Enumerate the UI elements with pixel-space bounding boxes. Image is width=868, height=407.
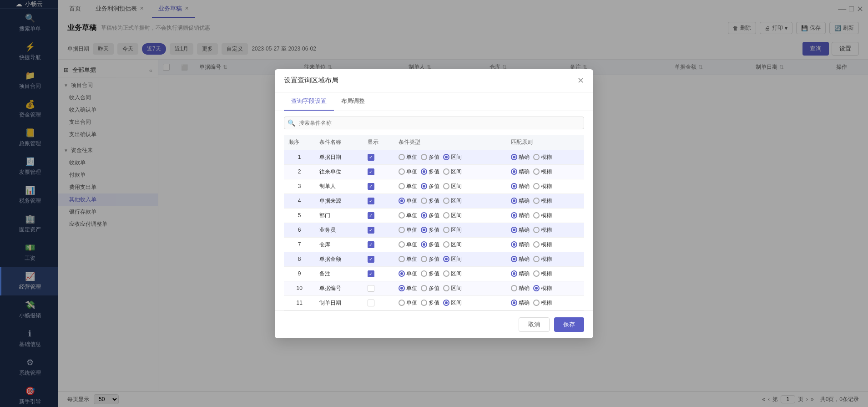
checkbox-checked[interactable]: ✓ <box>368 241 374 248</box>
radio-type-单值[interactable]: 单值 <box>399 212 417 219</box>
row-display-checkbox[interactable]: ✓ <box>363 252 394 266</box>
row-match-radio[interactable]: 精确模糊 <box>506 150 584 164</box>
modal-overlay[interactable]: 设置查询区域布局 ✕ 查询字段设置 布局调整 🔍 <box>0 0 868 407</box>
radio-match-精确[interactable]: 精确 <box>511 255 530 263</box>
row-match-radio[interactable]: 精确模糊 <box>506 281 584 295</box>
row-display-checkbox[interactable]: ✓ <box>363 164 394 179</box>
checkbox-unchecked[interactable] <box>368 285 374 292</box>
row-display-checkbox[interactable] <box>363 281 394 295</box>
row-display-checkbox[interactable]: ✓ <box>363 208 394 223</box>
radio-type-区间[interactable]: 区间 <box>443 299 462 307</box>
row-match-radio[interactable]: 精确模糊 <box>506 266 584 281</box>
modal-close-button[interactable]: ✕ <box>577 76 584 86</box>
row-display-checkbox[interactable]: ✓ <box>363 179 394 193</box>
radio-type-区间[interactable]: 区间 <box>443 183 462 190</box>
cancel-button[interactable]: 取消 <box>519 317 550 332</box>
row-display-checkbox[interactable]: ✓ <box>363 237 394 252</box>
radio-match-精确[interactable]: 精确 <box>511 197 530 205</box>
row-display-checkbox[interactable]: ✓ <box>363 223 394 237</box>
row-type-radio[interactable]: 单值多值区间 <box>394 208 506 223</box>
row-display-checkbox[interactable]: ✓ <box>363 266 394 281</box>
row-match-radio[interactable]: 精确模糊 <box>506 208 584 223</box>
row-type-radio[interactable]: 单值多值区间 <box>394 266 506 281</box>
radio-match-精确[interactable]: 精确 <box>511 299 530 307</box>
row-type-radio[interactable]: 单值多值区间 <box>394 295 506 310</box>
modal-save-button[interactable]: 保存 <box>554 317 584 332</box>
radio-type-区间[interactable]: 区间 <box>443 285 462 292</box>
radio-type-多值[interactable]: 多值 <box>421 241 439 249</box>
row-match-radio[interactable]: 精确模糊 <box>506 237 584 252</box>
radio-type-单值[interactable]: 单值 <box>399 241 417 249</box>
radio-match-模糊[interactable]: 模糊 <box>533 270 552 278</box>
radio-type-区间[interactable]: 区间 <box>443 197 462 205</box>
radio-match-模糊[interactable]: 模糊 <box>533 183 552 190</box>
radio-type-多值[interactable]: 多值 <box>421 285 439 292</box>
checkbox-checked[interactable]: ✓ <box>368 168 374 175</box>
modal-tab-layout-adjust[interactable]: 布局调整 <box>334 92 372 111</box>
checkbox-checked[interactable]: ✓ <box>368 183 374 190</box>
radio-type-区间[interactable]: 区间 <box>443 241 462 249</box>
radio-match-精确[interactable]: 精确 <box>511 270 530 278</box>
row-type-radio[interactable]: 单值多值区间 <box>394 150 506 164</box>
radio-match-模糊[interactable]: 模糊 <box>533 255 552 263</box>
checkbox-checked[interactable]: ✓ <box>368 154 374 161</box>
radio-match-模糊[interactable]: 模糊 <box>533 299 552 307</box>
radio-type-区间[interactable]: 区间 <box>443 270 462 278</box>
row-match-radio[interactable]: 精确模糊 <box>506 252 584 266</box>
row-type-radio[interactable]: 单值多值区间 <box>394 223 506 237</box>
radio-type-区间[interactable]: 区间 <box>443 153 462 161</box>
radio-type-多值[interactable]: 多值 <box>421 270 439 278</box>
row-type-radio[interactable]: 单值多值区间 <box>394 281 506 295</box>
radio-type-区间[interactable]: 区间 <box>443 212 462 219</box>
radio-type-多值[interactable]: 多值 <box>421 197 439 205</box>
radio-type-多值[interactable]: 多值 <box>421 226 439 234</box>
row-display-checkbox[interactable] <box>363 295 394 310</box>
checkbox-checked[interactable]: ✓ <box>368 198 374 204</box>
radio-match-精确[interactable]: 精确 <box>511 285 530 292</box>
radio-type-区间[interactable]: 区间 <box>443 168 462 176</box>
row-type-radio[interactable]: 单值多值区间 <box>394 193 506 208</box>
radio-match-模糊[interactable]: 模糊 <box>533 168 552 176</box>
checkbox-checked[interactable]: ✓ <box>368 227 374 234</box>
row-match-radio[interactable]: 精确模糊 <box>506 295 584 310</box>
radio-match-模糊[interactable]: 模糊 <box>533 285 552 292</box>
radio-type-区间[interactable]: 区间 <box>443 255 462 263</box>
radio-type-单值[interactable]: 单值 <box>399 299 417 307</box>
row-type-radio[interactable]: 单值多值区间 <box>394 237 506 252</box>
radio-type-单值[interactable]: 单值 <box>399 226 417 234</box>
radio-match-模糊[interactable]: 模糊 <box>533 226 552 234</box>
radio-match-精确[interactable]: 精确 <box>511 168 530 176</box>
radio-type-多值[interactable]: 多值 <box>421 212 439 219</box>
row-type-radio[interactable]: 单值多值区间 <box>394 164 506 179</box>
radio-match-精确[interactable]: 精确 <box>511 183 530 190</box>
radio-type-多值[interactable]: 多值 <box>421 255 439 263</box>
radio-type-多值[interactable]: 多值 <box>421 168 439 176</box>
radio-match-模糊[interactable]: 模糊 <box>533 197 552 205</box>
checkbox-checked[interactable]: ✓ <box>368 270 374 277</box>
checkbox-unchecked[interactable] <box>368 300 374 306</box>
radio-type-单值[interactable]: 单值 <box>399 255 417 263</box>
checkbox-checked[interactable]: ✓ <box>368 256 374 263</box>
radio-type-单值[interactable]: 单值 <box>399 270 417 278</box>
row-display-checkbox[interactable]: ✓ <box>363 193 394 208</box>
radio-type-单值[interactable]: 单值 <box>399 197 417 205</box>
radio-type-多值[interactable]: 多值 <box>421 153 439 161</box>
radio-match-精确[interactable]: 精确 <box>511 153 530 161</box>
radio-match-精确[interactable]: 精确 <box>511 226 530 234</box>
radio-type-区间[interactable]: 区间 <box>443 226 462 234</box>
radio-type-单值[interactable]: 单值 <box>399 168 417 176</box>
radio-type-多值[interactable]: 多值 <box>421 183 439 190</box>
radio-match-精确[interactable]: 精确 <box>511 212 530 219</box>
row-match-radio[interactable]: 精确模糊 <box>506 223 584 237</box>
radio-type-单值[interactable]: 单值 <box>399 153 417 161</box>
row-match-radio[interactable]: 精确模糊 <box>506 179 584 193</box>
checkbox-checked[interactable]: ✓ <box>368 212 374 219</box>
row-display-checkbox[interactable]: ✓ <box>363 150 394 164</box>
row-type-radio[interactable]: 单值多值区间 <box>394 179 506 193</box>
radio-match-模糊[interactable]: 模糊 <box>533 212 552 219</box>
radio-match-精确[interactable]: 精确 <box>511 241 530 249</box>
row-match-radio[interactable]: 精确模糊 <box>506 193 584 208</box>
row-type-radio[interactable]: 单值多值区间 <box>394 252 506 266</box>
radio-type-单值[interactable]: 单值 <box>399 183 417 190</box>
row-match-radio[interactable]: 精确模糊 <box>506 164 584 179</box>
